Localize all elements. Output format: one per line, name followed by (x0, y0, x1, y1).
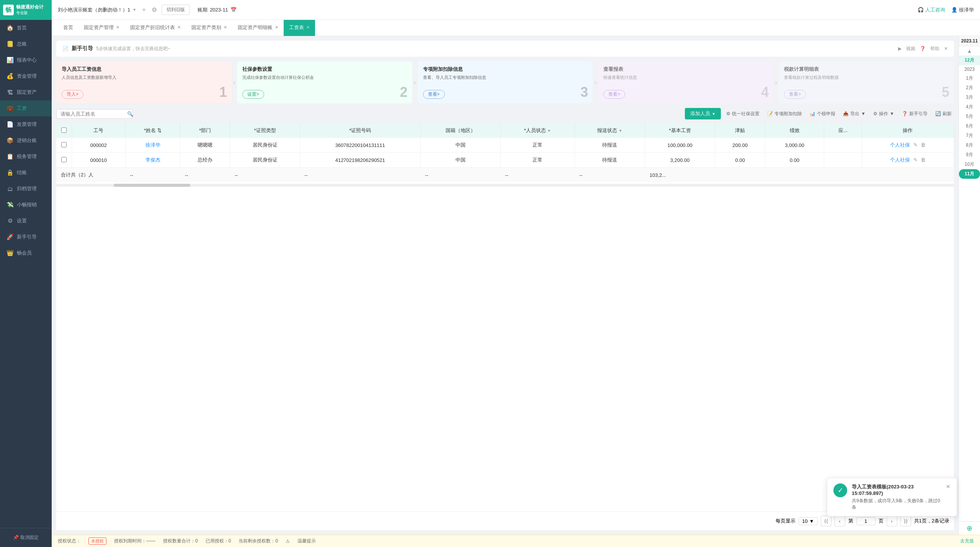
operations-button[interactable]: ⚙ 操作 ▼ (871, 109, 897, 119)
tab-fixed-type[interactable]: 固定资产类别 ✕ (186, 20, 232, 36)
select-all-checkbox[interactable] (61, 127, 67, 133)
horizontal-scrollbar[interactable] (56, 184, 954, 187)
toast-content: 导入工资表模板(2023-03-23 15:07:59.897) 共9条数据，成… (852, 483, 941, 511)
export-dropdown-icon: ▼ (861, 111, 866, 116)
video-label[interactable]: 视频 (906, 46, 915, 52)
calendar-month-10[interactable]: 10月 (959, 160, 980, 169)
step-4-card: 查看报表 快速查看统计信息 查看> 4 (598, 61, 773, 103)
sidebar-item-reports[interactable]: 📊 报表中心 (0, 52, 52, 68)
report-status-filter-icon[interactable]: ▼ (619, 129, 622, 133)
per-page-select[interactable]: 10 ▼ (799, 517, 817, 525)
calendar-month-7[interactable]: 7月 (959, 131, 980, 140)
tab-fixed-detail[interactable]: 固定资产明细账 ✕ (232, 20, 284, 36)
next-page-button[interactable]: › (887, 516, 897, 526)
row-0-name: 徐泽华 (125, 138, 180, 153)
add-person-button[interactable]: 添加人员 ▼ (685, 108, 721, 119)
toast-close-button[interactable]: ✕ (946, 483, 951, 490)
calendar-month-4[interactable]: 4月 (959, 102, 980, 112)
export-button[interactable]: 📤 导出 ▼ (841, 109, 868, 119)
sidebar-item-fixed-assets[interactable]: 🏗 固定资产 (0, 84, 52, 100)
row-1-delete-icon[interactable]: 🗑 (921, 157, 926, 163)
tab-close-fixed-type-icon[interactable]: ✕ (224, 25, 227, 30)
tab-home[interactable]: 首页 (58, 20, 78, 36)
row-0-name-link[interactable]: 徐泽华 (145, 142, 160, 148)
calendar-month-8[interactable]: 8月 (959, 140, 980, 150)
tax-report-button[interactable]: 📊 个税申报 (807, 109, 838, 119)
row-0-emp-id: 000002 (72, 138, 125, 153)
switch-version-button[interactable]: 切到旧版 (162, 5, 190, 15)
intro-close-icon[interactable]: ✕ (944, 46, 948, 51)
refresh-button[interactable]: 🔄 刷新 (933, 109, 954, 119)
tab-close-fixed-assets-icon[interactable]: ✕ (116, 25, 119, 30)
sidebar-item-home[interactable]: 🏠 首页 (0, 20, 52, 36)
sidebar-item-funds[interactable]: 💰 资金管理 (0, 68, 52, 84)
last-page-button[interactable]: ⟩⟩ (900, 516, 911, 526)
row-0-social-btn[interactable]: 个人社保 (890, 142, 910, 148)
calendar-month-2[interactable]: 2月 (959, 83, 980, 93)
settings-button[interactable]: ⚙ (152, 6, 157, 13)
assistant-button[interactable]: 🎧 人工咨询 (918, 7, 945, 13)
step-arrow-4: › (773, 61, 779, 103)
tab-close-fixed-detail-icon[interactable]: ✕ (275, 25, 278, 30)
step-3-button[interactable]: 查看> (423, 90, 445, 99)
page-number-input[interactable] (856, 517, 875, 525)
calendar-month-9[interactable]: 9月 (959, 150, 980, 160)
row-1-select[interactable] (61, 157, 67, 162)
row-1-social-btn[interactable]: 个人社保 (890, 157, 910, 163)
calendar-icon[interactable]: 📅 (230, 7, 237, 13)
tab-depreciation[interactable]: 固定资产折旧统计表 ✕ (125, 20, 186, 36)
settings-icon: ⚙ (6, 217, 14, 224)
cancel-pin-button[interactable]: 📌 取消固定 (4, 532, 48, 543)
calendar-month-5[interactable]: 5月 (959, 112, 980, 121)
sidebar-item-archive[interactable]: 🗂 归档管理 (0, 181, 52, 197)
calendar-month-1[interactable]: 1月 (959, 73, 980, 83)
account-selector[interactable]: 刘小艳演示账套（勿删勿动！）1 ▼ (58, 7, 136, 13)
calendar-month-3[interactable]: 3月 (959, 93, 980, 102)
sidebar-item-sales[interactable]: 📦 进销台账 (0, 132, 52, 149)
special-deduction-button[interactable]: 📝 专项附加扣除 (765, 109, 804, 119)
sidebar-item-guide[interactable]: 🚀 新手引导 (0, 229, 52, 245)
calendar-month-6[interactable]: 6月 (959, 121, 980, 131)
warn-icon: ⚠ (286, 539, 290, 544)
tab-home-label: 首页 (63, 24, 73, 31)
prev-page-button[interactable]: ‹ (835, 516, 845, 526)
sidebar-item-member[interactable]: 👑 畅会员 (0, 245, 52, 261)
row-1-name-link[interactable]: 李俊杰 (145, 157, 160, 163)
calendar-up-button[interactable]: ▲ (959, 46, 980, 56)
sort-icon[interactable]: ⇅ (157, 127, 162, 133)
step-5-button[interactable]: 查看> (784, 90, 806, 99)
tab-payroll[interactable]: 工资表 ✕ (284, 20, 315, 36)
step-4-button[interactable]: 查看> (603, 90, 625, 99)
sidebar-item-xiaochang[interactable]: 💸 小畅报销 (0, 197, 52, 213)
sidebar-item-ledger[interactable]: 📒 总账 (0, 36, 52, 52)
add-account-button[interactable]: ＋ (141, 6, 147, 14)
sidebar-item-payroll[interactable]: 💼 工资 (0, 100, 52, 116)
social-insurance-button[interactable]: ⚙ 统一社保设置 (724, 109, 762, 119)
calendar-month-12-prev[interactable]: 12月 (959, 56, 980, 65)
sidebar-item-expense[interactable]: 📄 发票管理 (0, 116, 52, 132)
expense-icon: 📄 (6, 121, 14, 128)
guide-button[interactable]: ❓ 新手引导 (900, 109, 930, 119)
tab-close-payroll-icon[interactable]: ✕ (306, 25, 310, 30)
step-1-button[interactable]: 导入> (62, 90, 83, 99)
row-1-edit-icon[interactable]: ✎ (913, 157, 918, 163)
sidebar-item-tax[interactable]: 📋 税务管理 (0, 149, 52, 165)
row-0-select[interactable] (61, 142, 67, 147)
row-0-edit-icon[interactable]: ✎ (913, 142, 918, 148)
calendar-down-button[interactable]: ⊕ (959, 521, 980, 535)
sidebar-item-close[interactable]: 🔒 结账 (0, 165, 52, 181)
row-0-delete-icon[interactable]: 🗑 (921, 142, 926, 148)
tab-close-depreciation-icon[interactable]: ✕ (177, 25, 181, 30)
recharge-link[interactable]: 去充值 (960, 538, 974, 544)
row-1-allowance: 0.00 (715, 153, 765, 168)
help-label[interactable]: 帮助 (930, 46, 939, 52)
search-input[interactable] (60, 111, 125, 117)
step-2-button[interactable]: 设置> (242, 90, 264, 99)
step-arrow-1: › (232, 61, 237, 103)
scroll-thumb[interactable] (114, 184, 190, 187)
tab-fixed-assets[interactable]: 固定资产管理 ✕ (78, 20, 125, 36)
first-page-button[interactable]: ⟨⟨ (821, 516, 831, 526)
status-filter-icon[interactable]: ▼ (547, 129, 551, 133)
sidebar-item-settings[interactable]: ⚙ 设置 (0, 213, 52, 229)
calendar-month-11-active[interactable]: 11月 (959, 169, 980, 179)
